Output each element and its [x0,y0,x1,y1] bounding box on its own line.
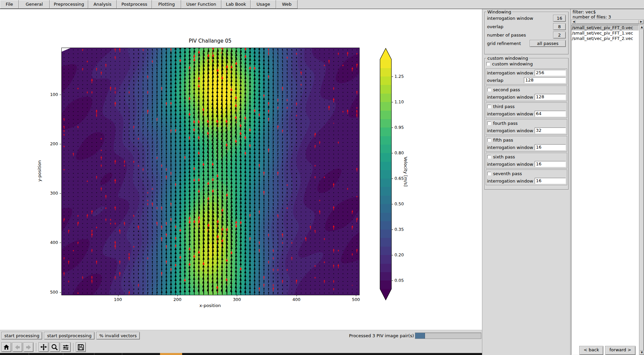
interrogation-window-select[interactable]: 16 [553,15,566,22]
fourth-pass-label: fourth pass [493,121,518,126]
x-tick-label: 500 [349,297,363,302]
y-tick-label: 100 [45,92,58,97]
file-listbox[interactable]: /small_set/vec_piv_FFT_0.vec /small_set/… [571,25,639,355]
bottom-bar: start processing start postprocessing % … [0,330,482,353]
colorbar-tick-label: 1.10 [394,99,409,104]
forward-icon[interactable] [23,342,34,352]
back-icon[interactable] [12,342,22,352]
x-tick-label: 100 [111,297,125,302]
home-icon[interactable] [1,342,11,352]
progress-fill [415,333,425,339]
x-tick-mark [356,295,356,296]
hscroll-thumb[interactable] [576,20,639,24]
sixth-pass-checkbox[interactable] [487,155,491,159]
menu-item-usage[interactable]: Usage [251,0,276,9]
file-list-vscrollbar[interactable]: ▲ ▼ [639,25,644,355]
second-pass-window-entry[interactable]: 128 [535,94,566,100]
menu-bar: File General Preprocessing Analysis Post… [0,0,644,9]
taskbar-segment[interactable] [94,353,95,355]
y-tick-mark [60,243,61,243]
second-pass-checkbox[interactable] [487,88,491,92]
forward-button[interactable]: forward > [605,346,636,355]
pan-icon[interactable] [39,342,49,352]
colorbar-tick-label: 0.50 [394,201,409,206]
colorbar-tick-label: 0.80 [394,150,409,155]
progress-bar [415,333,481,339]
cw-interrogation-window-entry[interactable]: 256 [535,70,566,76]
fifth-pass-window-entry[interactable]: 16 [535,144,566,150]
y-tick-label: 300 [45,191,58,196]
scroll-right-icon[interactable]: ▶ [639,20,643,24]
processing-buttons: start processing start postprocessing % … [1,332,140,340]
invalid-vectors-button[interactable]: % invalid vectors [96,332,140,340]
fourth-pass-window-entry[interactable]: 32 [535,128,566,134]
taskbar-active-segment[interactable] [160,353,182,355]
x-tick-mark [177,295,178,296]
custom-windowing-checkbox[interactable] [486,62,490,66]
menu-item-web[interactable]: Web [276,0,298,9]
start-processing-button[interactable]: start processing [1,332,42,340]
menu-item-postprocess[interactable]: Postprocess [117,0,152,9]
taskbar-segment[interactable] [29,353,29,355]
menu-item-preprocessing[interactable]: Preprocessing [50,0,88,9]
overlap-label: overlap [487,24,503,29]
start-postprocessing-button[interactable]: start postprocessing [44,332,95,340]
number-of-passes-select[interactable]: 2 [553,32,566,39]
colorbar-tick-label: 0.65 [394,176,409,181]
file-list-item[interactable]: /small_set/vec_piv_FFT_0.vec [572,25,639,31]
number-of-passes-label: number of passes [487,33,526,38]
fifth-pass-checkbox[interactable] [487,138,491,142]
colorbar-tick-mark [392,230,393,230]
save-icon[interactable] [76,342,86,352]
configure-subplots-icon[interactable] [61,342,71,352]
grid-refinement-select[interactable]: all passes [530,40,566,47]
vscroll-thumb[interactable] [640,29,644,351]
sixth-pass-section: sixth pass interrogation window 16 [486,153,567,168]
colorbar-tick-mark [392,255,393,255]
menu-item-plotting[interactable]: Plotting [152,0,181,9]
file-panel: filter: vec$ number of files: 3 ◀ ▶ /sma… [570,9,644,355]
x-tick-label: 400 [290,297,303,302]
zoom-icon[interactable] [50,342,60,352]
cw-overlap-label: overlap [487,78,523,83]
menu-item-general[interactable]: General [19,0,50,9]
back-button[interactable]: < back [579,346,603,355]
plot-title: PIV Challange 05 [61,38,359,44]
third-pass-checkbox[interactable] [487,105,491,108]
menu-item-user-function[interactable]: User Function [181,0,221,9]
file-count-text: number of files: 3 [573,14,611,19]
colorbar-tick-label: 0.95 [394,125,409,130]
third-pass-window-label: interrogation window [487,111,533,116]
scroll-up-icon[interactable]: ▲ [640,25,644,29]
seventh-pass-window-label: interrogation window [487,179,533,184]
third-pass-window-entry[interactable]: 64 [535,111,566,117]
overlap-select[interactable]: 8 [553,23,566,30]
windowing-panel: Windowing interrogation window 16 overla… [482,9,570,355]
filter-text: filter: vec$ [573,9,596,14]
menu-item-lab-book[interactable]: Lab Book [221,0,251,9]
taskbar-segment[interactable] [63,353,63,355]
velocity-field-canvas[interactable] [61,48,360,295]
sixth-pass-window-entry[interactable]: 16 [535,161,566,167]
file-list-item[interactable]: /small_set/vec_piv_FFT_2.vec [572,36,639,41]
file-list-item[interactable]: /small_set/vec_piv_FFT_1.vec [572,31,639,36]
colorbar-tick-mark [392,153,393,153]
y-tick-mark [60,95,61,95]
y-tick-label: 500 [45,290,58,295]
colorbar-tick-mark [392,204,393,204]
scroll-left-icon[interactable]: ◀ [572,20,576,24]
seventh-pass-section: seventh pass interrogation window 16 [486,169,567,185]
x-tick-label: 300 [230,297,244,302]
seventh-pass-window-entry[interactable]: 16 [535,178,566,184]
fourth-pass-checkbox[interactable] [487,121,491,125]
taskbar-segment[interactable] [122,353,122,355]
custom-windowing-group: custom windowing custom windowing interr… [484,58,569,190]
seventh-pass-checkbox[interactable] [487,172,491,175]
cw-overlap-entry[interactable]: 128 [524,77,566,83]
fourth-pass-section: fourth pass interrogation window 32 [486,119,567,135]
file-list-hscrollbar[interactable]: ◀ ▶ [571,19,644,24]
x-axis-label: x-position [61,303,359,308]
menu-item-analysis[interactable]: Analysis [88,0,117,9]
menu-item-file[interactable]: File [0,0,19,9]
x-tick-label: 200 [171,297,184,302]
